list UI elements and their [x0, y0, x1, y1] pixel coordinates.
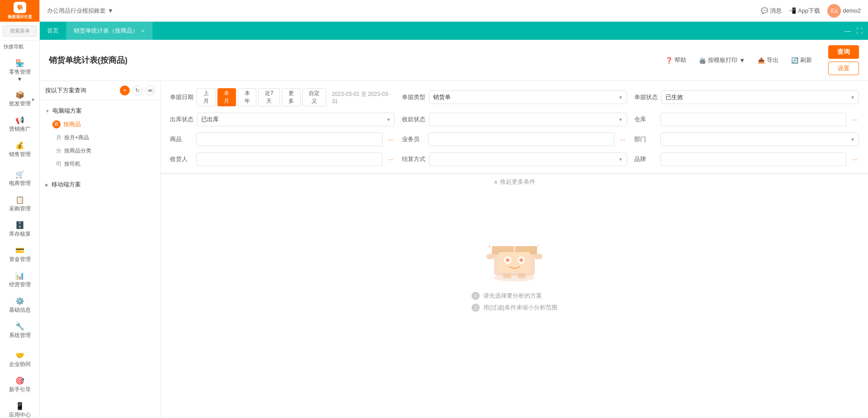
- step-2-num: 2: [472, 304, 480, 312]
- doc-status-select[interactable]: 已生效 ▼: [661, 90, 859, 104]
- warehouse-more-btn[interactable]: ···: [850, 116, 859, 123]
- search-section: 搜索菜单: [0, 22, 39, 41]
- date-btn-7days[interactable]: 近7天: [258, 88, 280, 106]
- workspace-dropdown-icon: ▼: [108, 7, 113, 14]
- date-btn-this-month[interactable]: 本月: [217, 88, 236, 106]
- refresh-button[interactable]: 🔄 刷新: [788, 54, 816, 66]
- retail-icon: 🏪: [15, 59, 24, 67]
- sidebar-item-appcenter[interactable]: 📱 应用中心: [3, 398, 37, 418]
- payment-status-select[interactable]: ▼: [429, 113, 627, 126]
- sidebar-item-finance[interactable]: 💳 资金管理: [3, 242, 37, 267]
- refresh-scheme-button[interactable]: ↻: [132, 86, 142, 95]
- salesperson-more-btn[interactable]: ···: [618, 136, 627, 143]
- payment-method-select[interactable]: ▼: [429, 152, 627, 166]
- sidebar-item-wholesale[interactable]: 📦 批发管理: [3, 87, 37, 111]
- logo-icon: 畅: [14, 2, 26, 13]
- message-icon: 💬: [761, 7, 768, 14]
- sidebar-item-system[interactable]: 🔧 系统管理: [3, 318, 37, 343]
- print-button[interactable]: 🖨️ 按模板打印 ▼: [695, 54, 749, 66]
- date-btn-more[interactable]: 更多: [282, 88, 300, 106]
- salesperson-input[interactable]: [428, 133, 614, 146]
- date-btn-custom[interactable]: 自定义: [302, 88, 326, 106]
- doc-status-field: 单据状态 已生效 ▼: [634, 90, 859, 104]
- filter-row-2: 出库状态 已出库 ▼ 收款状态 ▼: [170, 113, 859, 126]
- sidebar-item-operation[interactable]: 📊 经营管理: [3, 268, 37, 292]
- appcenter-label: 应用中心: [9, 411, 31, 418]
- sales-label: 销售管理: [9, 151, 31, 158]
- tab-close-icon[interactable]: ✕: [141, 28, 145, 33]
- finance-label: 资金管理: [9, 256, 31, 263]
- workspace-selector[interactable]: 办公用品行业模拟账套 ▼: [47, 7, 113, 15]
- sidebar-item-retail[interactable]: 🏪 零售管理: [3, 55, 37, 86]
- sidebar-item-purchase[interactable]: 📋 采购管理: [3, 192, 37, 216]
- ecommerce-label: 电商管理: [9, 180, 31, 187]
- department-select[interactable]: ▼: [660, 133, 859, 146]
- tree-child-by-product[interactable]: 商 按商品: [40, 118, 160, 131]
- receiver-input[interactable]: [196, 152, 382, 166]
- product-input[interactable]: [196, 133, 382, 146]
- product-more-btn[interactable]: ···: [386, 136, 395, 143]
- sidebar-item-inventory[interactable]: 🗄️ 库存核算: [3, 217, 37, 242]
- newuser-icon: 🎯: [15, 376, 24, 385]
- sidebar-item-enterprise[interactable]: 🤝 企业协同: [3, 347, 37, 372]
- message-button[interactable]: 💬 消息: [761, 7, 782, 15]
- tab-bar: 首页 销货单统计表（按商品） ✕ — ⛶: [40, 22, 868, 40]
- date-field: 单据日期 上月 本月 本年 近7天 更多 自定义 2023-03-01 至 20…: [170, 88, 395, 106]
- user-menu[interactable]: Ea demo2: [827, 4, 861, 18]
- app-logo: 畅 畅捷通好生意: [0, 0, 39, 22]
- sidebar-item-basic[interactable]: ⚙️ 基础信息: [3, 293, 37, 318]
- app-download-button[interactable]: 📲 App下载: [789, 7, 820, 15]
- tree-parent-mobile[interactable]: ▶ 移动端方案: [40, 178, 160, 191]
- collapse-bar[interactable]: ∧ 收起更多条件: [161, 174, 868, 190]
- tree-parent-desktop[interactable]: ▼ 电脑端方案: [40, 104, 160, 118]
- svg-point-9: [519, 258, 523, 262]
- doc-type-label: 单据类型: [402, 93, 425, 101]
- export-button[interactable]: 📤 导出: [754, 54, 782, 66]
- settings-button[interactable]: 设置: [828, 62, 859, 75]
- stock-status-select[interactable]: 已出库 ▼: [197, 113, 395, 126]
- date-label: 单据日期: [170, 93, 193, 101]
- left-panel-title: 按以下方案查询: [45, 86, 117, 95]
- tree-sub-by-category[interactable]: 分 按商品分类: [40, 144, 160, 157]
- sidebar-item-newuser[interactable]: 🎯 新手引导: [3, 373, 37, 397]
- svg-text:✦: ✦: [487, 243, 492, 250]
- purchase-icon: 📋: [15, 195, 24, 204]
- sidebar-item-ecommerce[interactable]: 🛒 电商管理: [3, 166, 37, 191]
- tab-home[interactable]: 首页: [40, 22, 66, 40]
- search-menu-button[interactable]: 搜索菜单: [3, 25, 37, 37]
- user-avatar: Ea: [827, 4, 841, 18]
- header-left: 办公用品行业模拟账套 ▼: [47, 7, 113, 15]
- maximize-icon[interactable]: ⛶: [854, 26, 864, 35]
- header-right: 💬 消息 📲 App下载 Ea demo2: [761, 4, 861, 18]
- sub-icon-month: 月: [56, 134, 61, 142]
- wholesale-icon: 📦: [15, 90, 24, 99]
- sidebar-item-sales[interactable]: 💰 销售管理: [3, 138, 37, 162]
- sales-icon: 💰: [15, 141, 24, 150]
- tree-desktop-label: 电脑端方案: [52, 107, 82, 115]
- tree-desktop: ▼ 电脑端方案 商 按商品 月 按月+商品 分 按商品分类: [40, 100, 160, 174]
- print-icon: 🖨️: [699, 57, 706, 64]
- by-tax-label: 按司机: [64, 160, 80, 168]
- retail-label: 零售管理: [9, 68, 31, 76]
- query-actions: 查询 设置: [828, 45, 859, 75]
- brand-more-btn[interactable]: ···: [850, 156, 859, 163]
- date-btn-last-month[interactable]: 上月: [197, 88, 215, 106]
- date-btn-this-year[interactable]: 本年: [238, 88, 256, 106]
- brand-input[interactable]: [660, 152, 847, 166]
- help-button[interactable]: ❓ 帮助: [662, 54, 690, 66]
- stock-status-value: 已出库: [201, 115, 219, 124]
- tree-sub-by-month-product[interactable]: 月 按月+商品: [40, 131, 160, 144]
- purchase-label: 采购管理: [9, 205, 31, 213]
- collapse-panel-button[interactable]: ≪: [145, 86, 155, 95]
- sidebar-item-marketing[interactable]: 📢 营销推广: [3, 112, 37, 137]
- add-scheme-button[interactable]: +: [120, 86, 130, 95]
- warehouse-input[interactable]: [660, 113, 847, 126]
- tree-sub-by-tax[interactable]: 司 按司机: [40, 157, 160, 171]
- minimize-icon[interactable]: —: [843, 26, 853, 35]
- tree-mobile-label: 移动端方案: [52, 180, 81, 189]
- receiver-more-btn[interactable]: ···: [386, 156, 395, 163]
- doc-type-select[interactable]: 销货单 ▼: [429, 90, 627, 104]
- tree-mobile: ▶ 移动端方案: [40, 174, 160, 195]
- tab-sales-stat[interactable]: 销货单统计表（按商品） ✕: [66, 22, 152, 40]
- query-button[interactable]: 查询: [828, 45, 859, 59]
